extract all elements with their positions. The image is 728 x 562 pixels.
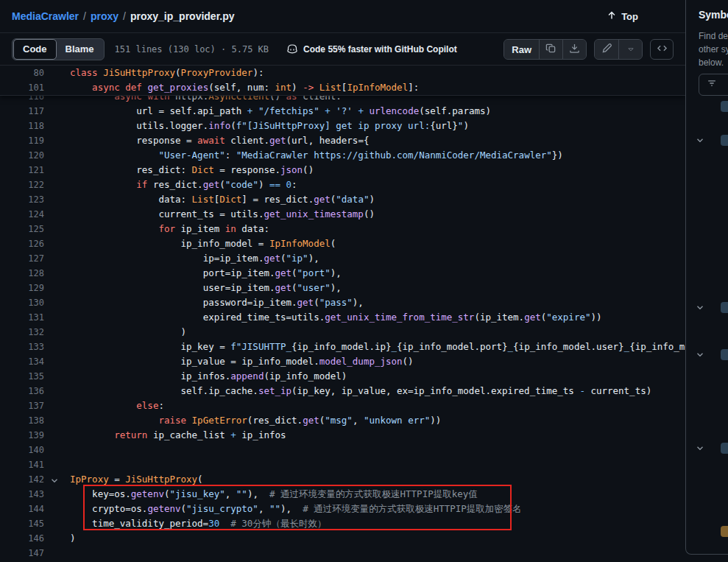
breadcrumb-folder-link[interactable]: proxy xyxy=(91,10,119,22)
code-text xyxy=(70,546,685,561)
line-gutter xyxy=(44,104,70,119)
code-brackets-icon xyxy=(657,43,668,57)
code-text: ip_key = f"JISUHTTP_{ip_info_model.ip}_{… xyxy=(70,340,685,354)
code-line: 126 ip_info_model = IpInfoModel( xyxy=(0,236,685,251)
breadcrumb-bar: MediaCrawler / proxy / proxy_ip_provider… xyxy=(0,0,685,33)
line-number[interactable]: 101 xyxy=(0,80,44,95)
line-number[interactable]: 137 xyxy=(0,398,44,413)
line-number[interactable]: 126 xyxy=(0,236,44,251)
line-number[interactable]: 136 xyxy=(0,384,44,398)
edit-dropdown-button[interactable] xyxy=(618,39,642,60)
code-line: 134 ip_value = ip_info_model.model_dump_… xyxy=(0,354,685,369)
symbol-chip[interactable] xyxy=(721,443,728,454)
breadcrumb-repo-link[interactable]: MediaCrawler xyxy=(12,10,79,22)
line-number[interactable]: 116 xyxy=(0,96,44,104)
line-number[interactable]: 131 xyxy=(0,310,44,325)
code-line: 140 xyxy=(0,443,685,457)
line-gutter xyxy=(44,546,70,561)
back-to-top-button[interactable]: Top xyxy=(607,10,638,23)
code-line: 138 raise IpGetError(res_dict.get("msg",… xyxy=(0,413,685,428)
line-gutter xyxy=(44,398,70,413)
line-number[interactable]: 117 xyxy=(0,104,44,119)
symbols-panel-toggle-button[interactable] xyxy=(650,39,674,60)
code-line: 127 ip=ip_item.get("ip"), xyxy=(0,251,685,266)
code-line: 119 response = await client.get(url, hea… xyxy=(0,133,685,148)
line-number[interactable]: 123 xyxy=(0,192,44,207)
chevron-down-icon[interactable] xyxy=(695,302,705,312)
line-number[interactable]: 133 xyxy=(0,340,44,354)
line-number[interactable]: 135 xyxy=(0,369,44,384)
code-line: 131 expired_time_ts=utils.get_unix_time_… xyxy=(0,310,685,325)
file-meta-info: 151 lines (130 loc) · 5.75 KB xyxy=(115,44,269,55)
line-gutter xyxy=(44,325,70,340)
symbol-chip[interactable] xyxy=(721,101,728,112)
line-gutter xyxy=(44,487,70,502)
chevron-down-icon[interactable] xyxy=(695,135,705,145)
chevron-down-icon[interactable] xyxy=(695,443,705,453)
code-line: 132 ) xyxy=(0,325,685,340)
copilot-banner-text: Code 55% faster with GitHub Copilot xyxy=(303,44,457,55)
line-gutter xyxy=(44,133,70,148)
raw-button[interactable]: Raw xyxy=(504,39,539,60)
code-text xyxy=(70,443,685,457)
copy-button[interactable] xyxy=(539,39,562,60)
line-number[interactable]: 118 xyxy=(0,119,44,133)
line-number[interactable]: 127 xyxy=(0,251,44,266)
chevron-down-icon[interactable] xyxy=(695,349,705,359)
line-number[interactable]: 128 xyxy=(0,266,44,281)
code-text: IpProxy = JiSuHttpProxy( xyxy=(70,472,685,487)
code-line: 101 async def get_proxies(self, num: int… xyxy=(0,80,685,95)
code-viewer: 80class JiSuHttpProxy(ProxyProvider):101… xyxy=(0,66,685,562)
line-number[interactable]: 140 xyxy=(0,443,44,457)
line-number[interactable]: 119 xyxy=(0,133,44,148)
line-gutter xyxy=(44,310,70,325)
code-text: else: xyxy=(70,398,685,413)
tab-blame[interactable]: Blame xyxy=(57,40,103,59)
line-number[interactable]: 142 xyxy=(0,472,44,487)
copy-icon xyxy=(545,43,556,56)
line-number[interactable]: 132 xyxy=(0,325,44,340)
line-gutter xyxy=(44,251,70,266)
line-number[interactable]: 134 xyxy=(0,354,44,369)
line-number[interactable]: 146 xyxy=(0,531,44,546)
line-number[interactable]: 138 xyxy=(0,413,44,428)
line-number[interactable]: 121 xyxy=(0,163,44,178)
line-number[interactable]: 80 xyxy=(0,66,44,80)
line-number[interactable]: 145 xyxy=(0,516,44,531)
code-text: ip_infos.append(ip_info_model) xyxy=(70,369,685,384)
line-number[interactable]: 129 xyxy=(0,281,44,295)
line-gutter xyxy=(44,340,70,354)
line-number[interactable]: 139 xyxy=(0,428,44,443)
line-number[interactable]: 144 xyxy=(0,502,44,516)
line-number[interactable]: 130 xyxy=(0,295,44,310)
breadcrumb-file-name: proxy_ip_provider.py xyxy=(130,10,235,22)
symbol-chip[interactable] xyxy=(721,349,728,360)
line-number[interactable]: 120 xyxy=(0,148,44,163)
symbol-chip[interactable] xyxy=(721,135,728,146)
code-text: ip=ip_item.get("ip"), xyxy=(70,251,685,266)
symbol-chip[interactable] xyxy=(721,526,728,537)
file-toolbar: Code Blame 151 lines (130 loc) · 5.75 KB… xyxy=(0,34,685,66)
line-number[interactable]: 147 xyxy=(0,546,44,561)
code-line: 136 self.ip_cache.set_ip(ip_key, ip_valu… xyxy=(0,384,685,398)
line-number[interactable]: 124 xyxy=(0,207,44,222)
tab-code[interactable]: Code xyxy=(13,39,57,60)
copilot-banner[interactable]: Code 55% faster with GitHub Copilot xyxy=(286,43,457,57)
line-number[interactable]: 143 xyxy=(0,487,44,502)
line-number[interactable]: 122 xyxy=(0,178,44,192)
code-line: 137 else: xyxy=(0,398,685,413)
collapse-chevron-icon[interactable] xyxy=(49,475,60,485)
symbol-chip[interactable] xyxy=(721,302,728,313)
line-gutter xyxy=(44,148,70,163)
github-file-view: MediaCrawler / proxy / proxy_ip_provider… xyxy=(0,0,728,562)
code-lines: 116 async with httpx.AsyncClient() as cl… xyxy=(0,96,685,561)
line-gutter xyxy=(44,80,70,95)
line-number[interactable]: 141 xyxy=(0,457,44,472)
edit-button[interactable] xyxy=(595,39,618,60)
code-line: 117 url = self.api_path + "/fetchips" + … xyxy=(0,104,685,119)
line-gutter xyxy=(44,428,70,443)
line-gutter xyxy=(44,207,70,222)
symbols-filter-input[interactable] xyxy=(699,74,728,96)
download-button[interactable] xyxy=(562,39,586,60)
line-number[interactable]: 125 xyxy=(0,222,44,236)
